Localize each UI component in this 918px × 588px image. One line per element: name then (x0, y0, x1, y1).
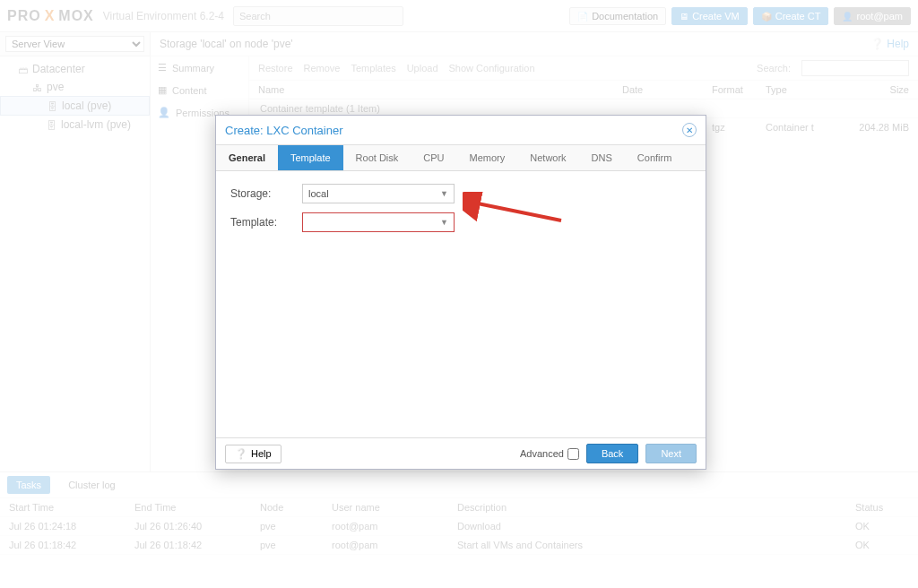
storage-combo[interactable]: local ▼ (302, 184, 455, 203)
chevron-down-icon: ▼ (440, 189, 448, 198)
storage-icon (48, 100, 58, 111)
storage-label: Storage: (230, 187, 302, 200)
doc-icon (577, 11, 588, 22)
lh-desc[interactable]: Description (457, 502, 855, 513)
tb-remove[interactable]: Remove (304, 63, 341, 74)
monitor-icon (680, 11, 688, 22)
modal-close-button[interactable]: ✕ (682, 123, 697, 137)
tab-tasks[interactable]: Tasks (7, 476, 50, 494)
documentation-button[interactable]: Documentation (569, 7, 666, 25)
mtab-template[interactable]: Template (278, 145, 343, 170)
storage-icon (47, 119, 57, 130)
lh-status[interactable]: Status (855, 502, 909, 513)
tb-templates[interactable]: Templates (351, 63, 396, 74)
user-menu-button[interactable]: root@pam (834, 7, 911, 25)
mtab-network[interactable]: Network (517, 145, 578, 170)
create-ct-button[interactable]: Create CT (753, 7, 829, 25)
view-selector[interactable]: Server View (0, 32, 150, 56)
mtab-general[interactable]: General (216, 145, 278, 170)
tb-restore[interactable]: Restore (258, 63, 293, 74)
lh-end[interactable]: End Time (134, 502, 260, 513)
create-vm-button[interactable]: Create VM (671, 7, 748, 25)
content-icon (158, 84, 167, 96)
create-lxc-modal: Create: LXC Container ✕ General Template… (215, 115, 706, 470)
chevron-down-icon: ▼ (440, 218, 448, 227)
back-button[interactable]: Back (586, 444, 638, 463)
topbar: PROXMOX Virtual Environment 6.2-4 Docume… (0, 0, 918, 32)
cube-icon (761, 11, 772, 22)
col-type[interactable]: Type (766, 84, 837, 95)
modal-title: Create: LXC Container (225, 124, 343, 137)
modal-tabs: General Template Root Disk CPU Memory Ne… (216, 145, 706, 171)
col-name[interactable]: Name (258, 84, 622, 95)
log-row[interactable]: Jul 26 01:24:18 Jul 26 01:26:40 pve root… (0, 517, 918, 536)
view-select[interactable]: Server View (5, 36, 144, 52)
tree-node-pve[interactable]: pve (0, 78, 150, 96)
brand-post: MOX (58, 8, 93, 24)
next-button[interactable]: Next (645, 444, 697, 463)
datacenter-icon (18, 64, 29, 74)
lh-node[interactable]: Node (260, 502, 332, 513)
advanced-checkbox[interactable] (567, 448, 579, 460)
tb-upload[interactable]: Upload (407, 63, 438, 74)
content-title: Storage 'local' on node 'pve' (160, 38, 293, 50)
template-combo[interactable]: ▼ (302, 212, 455, 232)
task-log: Tasks Cluster log Start Time End Time No… (0, 471, 918, 588)
global-search-input[interactable] (233, 6, 403, 26)
lh-start[interactable]: Start Time (9, 502, 134, 513)
tree-storage-local-lvm[interactable]: local-lvm (pve) (0, 116, 150, 134)
mtab-rootdisk[interactable]: Root Disk (343, 145, 411, 170)
help-link[interactable]: ❔ Help (870, 38, 909, 50)
tree-datacenter[interactable]: Datacenter (0, 60, 150, 78)
node-icon (32, 82, 43, 92)
storage-value: local (308, 188, 329, 199)
advanced-toggle[interactable]: Advanced (520, 448, 579, 460)
col-date[interactable]: Date (622, 84, 712, 95)
tb-showcfg[interactable]: Show Configuration (449, 63, 535, 74)
logo: PROXMOX (7, 8, 94, 24)
mtab-dns[interactable]: DNS (579, 145, 625, 170)
col-format[interactable]: Format (712, 84, 766, 95)
log-row[interactable]: Jul 26 01:18:42 Jul 26 01:18:42 pve root… (0, 536, 918, 555)
tab-cluster-log[interactable]: Cluster log (59, 476, 125, 494)
col-size[interactable]: Size (837, 84, 909, 95)
summary-icon (158, 62, 167, 74)
mtab-cpu[interactable]: CPU (411, 145, 456, 170)
ve-label: Virtual Environment 6.2-4 (103, 10, 224, 22)
grid-search-input[interactable] (801, 60, 909, 76)
tree-storage-local[interactable]: local (pve) (0, 96, 150, 116)
template-label: Template: (230, 216, 302, 229)
nav-summary[interactable]: Summary (151, 56, 248, 79)
modal-help-button[interactable]: ❔ Help (225, 445, 281, 463)
mtab-memory[interactable]: Memory (457, 145, 518, 170)
tb-search-label: Search: (757, 63, 791, 74)
permissions-icon (158, 107, 170, 118)
brand-pre: PRO (7, 8, 41, 24)
user-icon (842, 11, 853, 22)
server-tree-sidebar: Server View Datacenter pve local (pve) l… (0, 32, 151, 471)
brand-x: X (45, 8, 56, 24)
mtab-confirm[interactable]: Confirm (625, 145, 685, 170)
nav-content[interactable]: Content (151, 79, 248, 101)
lh-user[interactable]: User name (332, 502, 457, 513)
